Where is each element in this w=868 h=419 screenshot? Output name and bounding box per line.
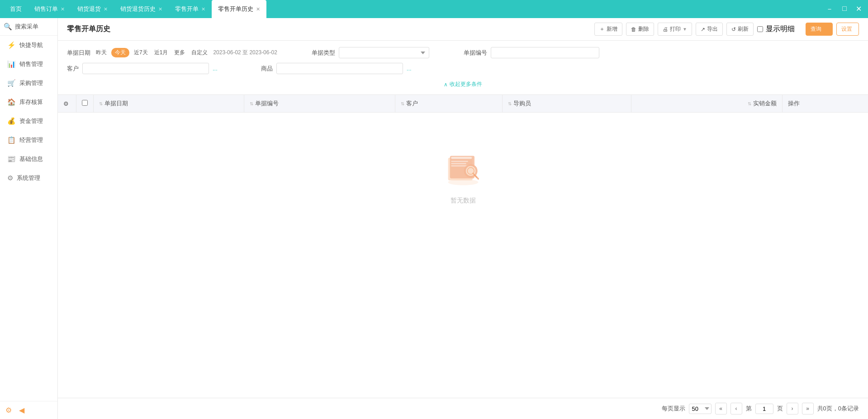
search-icon: 🔍	[4, 23, 12, 31]
main-layout: 🔍 搜索采单 ⚡ 快捷导航 📊 销售管理 🛒 采购管理 🏠 库存核算 💰	[0, 18, 868, 419]
empty-state: 暂无数据	[58, 113, 868, 241]
date-option-yesterday[interactable]: 昨天	[94, 48, 109, 57]
col-amount: ⇅ 实销金额	[631, 95, 783, 113]
tab-retail-open-close[interactable]: ✕	[201, 6, 205, 12]
sales-mgmt-icon: 📊	[7, 60, 16, 68]
sidebar: 🔍 搜索采单 ⚡ 快捷导航 📊 销售管理 🛒 采购管理 🏠 库存核算 💰	[0, 18, 58, 419]
col-customer-sort-icon[interactable]: ⇅	[401, 101, 404, 106]
product-label: 商品	[261, 65, 273, 73]
col-checkbox	[76, 95, 93, 113]
doc-type-select[interactable]	[339, 47, 429, 58]
system-icon: ⚙	[7, 174, 13, 182]
tab-retail-open-history[interactable]: 零售开单历史 ✕	[212, 0, 266, 18]
select-all-checkbox[interactable]	[82, 100, 88, 106]
product-input[interactable]	[276, 63, 403, 74]
date-option-custom[interactable]: 自定义	[190, 48, 209, 57]
tab-sales-return[interactable]: 销货退货 ✕	[71, 0, 114, 18]
content-area: 零售开单历史 ＋ 新增 🗑 删除 🖨 打印 ▼ ↗ 导出 ↺ 刷新	[58, 18, 868, 419]
date-range-text: 2023-06-02 至 2023-06-02	[213, 49, 277, 56]
col-number-sort-icon[interactable]: ⇅	[250, 101, 253, 106]
sidebar-item-operation[interactable]: 📋 经营管理	[0, 131, 57, 150]
svg-rect-5	[451, 163, 466, 165]
tab-sales-return-label: 销货退货	[77, 5, 101, 13]
customer-ellipsis[interactable]: ...	[213, 65, 218, 72]
tab-sales-return-history-close[interactable]: ✕	[158, 6, 162, 12]
add-icon: ＋	[599, 25, 605, 33]
next-page-button[interactable]: ›	[787, 403, 798, 414]
tab-sales-order[interactable]: 销售订单 ✕	[28, 0, 71, 18]
pagination-bar: 每页显示 50 10 20 100 « ‹ 第 页 › » 共0页，0条记录	[58, 398, 868, 419]
minimize-button[interactable]: －	[823, 5, 836, 14]
page-number-input[interactable]	[755, 404, 773, 414]
sidebar-item-system[interactable]: ⚙ 系统管理	[0, 169, 57, 188]
filter-date: 单据日期 昨天 今天 近7天 近1月 更多 自定义 2023-06-02 至 2…	[67, 48, 277, 57]
sidebar-menu: ⚡ 快捷导航 📊 销售管理 🛒 采购管理 🏠 库存核算 💰 资金管理 📋	[0, 36, 57, 401]
print-button[interactable]: 🖨 打印 ▼	[658, 23, 692, 36]
sidebar-item-quick-nav[interactable]: ⚡ 快捷导航	[0, 36, 57, 55]
sidebar-item-operation-label: 经营管理	[19, 136, 43, 144]
date-option-7days[interactable]: 近7天	[132, 48, 150, 57]
settings-footer-icon[interactable]: ⚙	[5, 406, 12, 414]
query-button[interactable]: 查询	[806, 23, 833, 36]
col-guide-sort-icon[interactable]: ⇅	[508, 101, 512, 106]
tab-sales-order-close[interactable]: ✕	[61, 6, 65, 12]
col-settings-icon[interactable]: ⚙	[63, 100, 69, 107]
sidebar-item-basic-info[interactable]: 📰 基础信息	[0, 150, 57, 169]
finance-icon: 💰	[7, 117, 16, 125]
add-button[interactable]: ＋ 新增	[594, 23, 622, 36]
sidebar-item-sales-mgmt[interactable]: 📊 销售管理	[0, 55, 57, 74]
filter-row-2: 客户 ... 商品 ...	[67, 63, 859, 74]
tab-sales-return-close[interactable]: ✕	[104, 6, 108, 12]
filter-section: 单据日期 昨天 今天 近7天 近1月 更多 自定义 2023-06-02 至 2…	[58, 41, 868, 95]
close-button[interactable]: ✕	[853, 5, 864, 14]
table-header: ⚙ ⇅ 单据日期 ⇅	[58, 95, 868, 113]
display-detail-checkbox[interactable]	[757, 26, 763, 32]
delete-button[interactable]: 🗑 删除	[626, 23, 654, 36]
prev-page-button[interactable]: ‹	[730, 403, 742, 414]
sidebar-item-finance[interactable]: 💰 资金管理	[0, 112, 57, 131]
search-label: 搜索采单	[15, 23, 38, 31]
window-controls: － □ ✕	[823, 5, 864, 14]
col-action: 操作	[782, 95, 868, 113]
tab-retail-open[interactable]: 零售开单 ✕	[169, 0, 212, 18]
col-guide-label: 导购员	[513, 99, 531, 108]
collapse-button[interactable]: ∧ 收起更多条件	[444, 80, 482, 88]
col-date-sort-icon[interactable]: ⇅	[99, 101, 103, 106]
export-button[interactable]: ↗ 导出	[696, 23, 723, 36]
sidebar-item-purchase-mgmt[interactable]: 🛒 采购管理	[0, 74, 57, 93]
tab-home-label: 首页	[10, 5, 22, 13]
col-amount-sort-icon[interactable]: ⇅	[748, 101, 751, 106]
refresh-button[interactable]: ↺ 刷新	[726, 23, 754, 36]
tab-retail-open-history-close[interactable]: ✕	[256, 6, 260, 12]
tab-sales-return-history-label: 销货退货历史	[120, 5, 156, 13]
collapse-sidebar-icon[interactable]: ◀	[19, 406, 24, 414]
sidebar-item-purchase-mgmt-label: 采购管理	[19, 79, 43, 87]
date-option-more[interactable]: 更多	[172, 48, 187, 57]
date-option-1month[interactable]: 近1月	[152, 48, 170, 57]
basic-info-icon: 📰	[7, 155, 16, 163]
sidebar-item-quick-nav-label: 快捷导航	[19, 41, 43, 49]
settings-button[interactable]: 设置	[836, 23, 859, 36]
customer-input[interactable]	[82, 63, 209, 74]
sidebar-item-inventory-label: 库存核算	[19, 98, 43, 106]
total-text: 共0页，0条记录	[817, 405, 859, 413]
tab-home[interactable]: 首页	[4, 0, 28, 18]
last-page-button[interactable]: »	[802, 403, 814, 414]
date-option-today[interactable]: 今天	[111, 48, 129, 57]
export-icon: ↗	[701, 26, 705, 33]
prev-page-icon: ‹	[735, 405, 737, 412]
svg-rect-3	[451, 157, 472, 159]
col-customer: ⇅ 客户	[395, 95, 502, 113]
display-detail-label: 显示明细	[766, 24, 795, 34]
product-ellipsis[interactable]: ...	[407, 65, 412, 72]
sidebar-item-inventory[interactable]: 🏠 库存核算	[0, 93, 57, 112]
tab-sales-return-history[interactable]: 销货退货历史 ✕	[114, 0, 169, 18]
per-page-select[interactable]: 50 10 20 100	[689, 404, 711, 414]
first-page-button[interactable]: «	[715, 403, 727, 414]
col-amount-label: 实销金额	[753, 99, 777, 108]
first-page-icon: «	[719, 405, 722, 412]
search-area[interactable]: 🔍 搜索采单	[0, 18, 57, 36]
sidebar-item-basic-info-label: 基础信息	[19, 155, 43, 163]
doc-number-input[interactable]	[491, 47, 599, 58]
maximize-button[interactable]: □	[840, 5, 849, 14]
